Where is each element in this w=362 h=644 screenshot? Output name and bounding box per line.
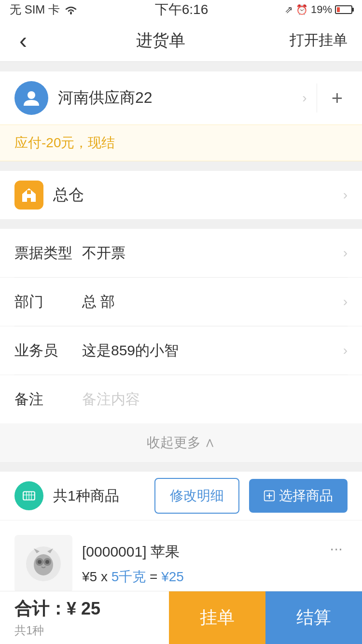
remark-input[interactable]: 备注内容 — [82, 390, 348, 409]
alarm-icon: ⏰ — [296, 4, 308, 15]
product-more-button[interactable]: ··· — [325, 535, 348, 562]
nav-bar: ‹ 进货单 打开挂单 — [0, 19, 362, 62]
remark-label: 备注 — [14, 390, 82, 409]
status-right: ⇗ ⏰ 19% — [285, 3, 352, 16]
checkout-button[interactable]: 结算 — [265, 591, 362, 644]
footer-total: 合计：¥ 25 共1种 — [0, 597, 169, 638]
price-value: ¥5 x — [82, 569, 111, 584]
select-product-icon — [264, 490, 275, 502]
warehouse-icon — [14, 181, 43, 210]
supplier-chevron-icon: › — [302, 90, 306, 106]
collapse-label: 收起更多 ∧ — [147, 434, 216, 452]
svg-point-6 — [34, 554, 53, 575]
salesman-row[interactable]: 业务员 这是859的小智 › — [0, 326, 362, 375]
total-amount: ¥ 25 — [67, 599, 100, 618]
product-owl-logo — [24, 545, 63, 583]
svg-point-0 — [70, 13, 72, 14]
supplier-avatar — [14, 81, 48, 115]
supplier-name[interactable]: 河南供应商22 — [58, 87, 297, 109]
user-icon — [22, 88, 41, 108]
department-label: 部门 — [14, 292, 82, 312]
total-count: 共1种 — [14, 623, 154, 638]
salesman-value: 这是859的小智 — [82, 341, 338, 361]
battery-icon — [335, 5, 352, 14]
products-icon — [14, 481, 43, 510]
home-icon — [20, 186, 38, 204]
warehouse-name: 总仓 — [53, 184, 338, 206]
supplier-section: 河南供应商22 › + — [0, 71, 362, 125]
department-chevron-icon: › — [343, 294, 348, 309]
page-title: 进货单 — [136, 29, 185, 52]
edit-detail-button[interactable]: 修改明细 — [154, 478, 239, 514]
hang-button[interactable]: 挂单 — [169, 591, 265, 644]
section-gap-1 — [0, 62, 362, 71]
warehouse-chevron-icon: › — [343, 187, 348, 203]
add-supplier-button[interactable]: + — [327, 83, 348, 114]
products-header: 共1种商品 修改明细 选择商品 — [0, 472, 362, 520]
gps-icon: ⇗ — [285, 4, 293, 15]
cart-icon — [21, 488, 37, 504]
status-bar: 无 SIM 卡 下午6:16 ⇗ ⏰ 19% — [0, 0, 362, 19]
remark-row[interactable]: 备注 备注内容 — [0, 375, 362, 423]
product-price: ¥5 x 5千克 = ¥25 — [82, 568, 315, 586]
invoice-row[interactable]: 票据类型 不开票 › — [0, 229, 362, 277]
balance-notice: 应付-20元，现结 — [0, 125, 362, 161]
salesman-chevron-icon: › — [343, 343, 348, 358]
total-main: 合计：¥ 25 — [14, 597, 154, 621]
svg-point-9 — [38, 560, 42, 564]
product-name: [0000001] 苹果 — [82, 542, 315, 562]
department-row[interactable]: 部门 总 部 › — [0, 278, 362, 326]
section-gap-4 — [0, 462, 362, 472]
open-pending-button[interactable]: 打开挂单 — [290, 30, 348, 50]
section-gap-3 — [0, 219, 362, 229]
collapse-button[interactable]: 收起更多 ∧ — [0, 423, 362, 462]
battery-text: 19% — [311, 3, 332, 16]
quantity-value: 5千克 — [111, 569, 146, 584]
wifi-icon — [64, 4, 78, 15]
svg-point-10 — [45, 560, 49, 564]
total-label: 合计： — [14, 599, 67, 618]
salesman-label: 业务员 — [14, 341, 82, 361]
select-product-label: 选择商品 — [279, 487, 333, 505]
invoice-chevron-icon: › — [343, 245, 348, 261]
carrier-text: 无 SIM 卡 — [10, 2, 60, 17]
invoice-value: 不开票 — [82, 243, 338, 263]
total-value: ¥25 — [161, 569, 184, 584]
product-thumbnail — [14, 535, 72, 593]
footer: 合计：¥ 25 共1种 挂单 结算 — [0, 591, 362, 644]
section-gap-2 — [0, 161, 362, 171]
department-value: 总 部 — [82, 292, 338, 312]
svg-point-1 — [28, 91, 35, 99]
product-code: [0000001] — [82, 544, 151, 560]
vertical-divider — [317, 84, 317, 112]
svg-rect-2 — [27, 190, 31, 194]
product-info: [0000001] 苹果 ¥5 x 5千克 = ¥25 — [82, 542, 315, 586]
products-count: 共1种商品 — [53, 486, 145, 506]
invoice-label: 票据类型 — [14, 243, 82, 263]
product-title: 苹果 — [151, 544, 180, 560]
status-time: 下午6:16 — [155, 0, 209, 19]
equals-sign: = — [146, 569, 161, 584]
warehouse-section[interactable]: 总仓 › — [0, 171, 362, 219]
back-button[interactable]: ‹ — [14, 24, 32, 57]
status-left: 无 SIM 卡 — [10, 2, 78, 17]
select-product-button[interactable]: 选择商品 — [249, 479, 348, 513]
